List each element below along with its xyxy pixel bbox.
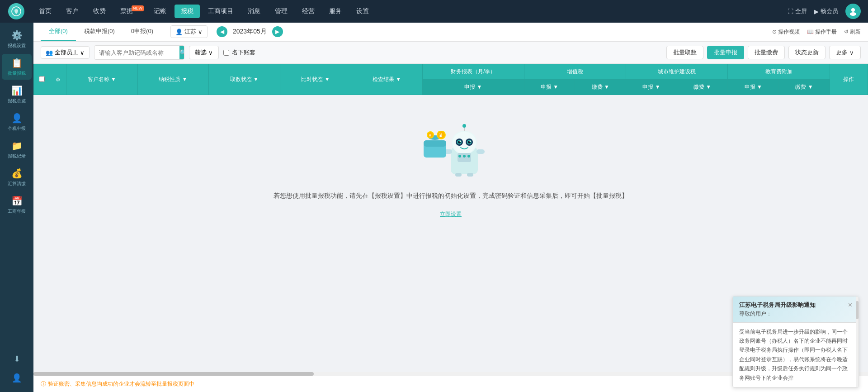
fetch-status-header[interactable]: 取数状态 ▼ — [209, 64, 280, 95]
notification-body: 受当前电子税务局进一步升级的影响，同一个政务网账号（办税人）名下的企业不能再同时… — [733, 323, 859, 387]
vat-header: 增值税 — [524, 64, 626, 80]
batch-fetch-btn[interactable]: 批量取数 — [666, 46, 703, 59]
new-badge: NEW — [132, 5, 144, 11]
nav-settings[interactable]: 设置 — [350, 5, 375, 18]
checkbox-label[interactable]: 名下账套 — [223, 48, 255, 57]
nav-service[interactable]: 服务 — [323, 5, 348, 18]
nav-operation[interactable]: 经营 — [296, 5, 321, 18]
filter-btn[interactable]: 筛选 ∨ — [189, 46, 219, 59]
logo-icon — [8, 3, 24, 19]
scrollbar-thumb — [856, 301, 859, 319]
nav-invoice[interactable]: 票据 NEW — [114, 5, 146, 18]
sidebar-item-personal-tax[interactable]: 👤 个税申报 — [2, 109, 32, 135]
annual-report-icon: 📅 — [11, 196, 23, 206]
sidebar-bottom: ⬇ 👤 — [2, 350, 32, 392]
sidebar-item-download[interactable]: ⬇ — [2, 350, 32, 368]
batch-pay-btn[interactable]: 批量缴费 — [748, 46, 785, 59]
region-selector[interactable]: 👤 江苏 ∨ — [170, 25, 208, 38]
search-input[interactable] — [94, 47, 179, 58]
notification-close-btn[interactable]: × — [848, 301, 852, 309]
user-icon: 👤 — [12, 373, 22, 383]
client-name-header[interactable]: 客户名称 ▼ — [66, 64, 138, 95]
logo[interactable] — [7, 2, 25, 20]
checkbox-header[interactable] — [34, 64, 50, 95]
sidebar-item-tax-settings[interactable]: ⚙️ 报税设置 — [2, 26, 32, 52]
edu-sub-pay-header[interactable]: 缴费 ▼ — [779, 80, 830, 95]
nav-customer[interactable]: 客户 — [60, 5, 85, 18]
tax-nature-header[interactable]: 纳税性质 ▼ — [137, 64, 209, 95]
region-chevron-icon: ∨ — [198, 29, 203, 35]
city-sub-declare-header[interactable]: 申报 ▼ — [626, 80, 677, 95]
compare-status-header[interactable]: 比对状态 ▼ — [280, 64, 351, 95]
nav-billing[interactable]: 收费 — [87, 5, 112, 18]
operation-manual-btn[interactable]: 📖 操作手册 — [807, 28, 837, 36]
nav-message[interactable]: 消息 — [241, 5, 267, 18]
vat-pay-filter-icon: ▼ — [604, 84, 609, 90]
search-box: 🔍 — [94, 45, 184, 60]
city-construction-header: 城市维护建设税 — [626, 64, 728, 80]
prev-month-btn[interactable]: ◀ — [217, 26, 227, 37]
next-month-btn[interactable]: ▶ — [272, 26, 283, 37]
tab-tax-declare[interactable]: 税款申报(0) — [76, 23, 123, 41]
tab-zero-declare[interactable]: 0申报(0) — [123, 23, 161, 41]
download-icon: ⬇ — [14, 354, 20, 364]
main-layout: ⚙️ 报税设置 📋 批量报税 📊 报税总览 👤 个税申报 📁 报税记录 💰 汇算… — [0, 23, 868, 392]
operation-video-btn[interactable]: ⊙ 操作视频 — [772, 28, 800, 36]
search-icon: 🔍 — [179, 49, 184, 56]
fullscreen-btn[interactable]: ⛶ 全屏 — [788, 7, 807, 15]
month-nav: ◀ 2023年05月 ▶ — [217, 26, 283, 37]
nav-manage[interactable]: 管理 — [269, 5, 294, 18]
select-all-checkbox[interactable] — [39, 76, 45, 82]
tax-records-icon: 📁 — [11, 140, 23, 151]
employee-select[interactable]: 👥 全部员工 ∨ — [41, 46, 90, 59]
svg-text:¥: ¥ — [429, 134, 431, 138]
member-btn[interactable]: ▶ 畅会员 — [814, 7, 838, 15]
sidebar-item-tax-records[interactable]: 📁 报税记录 — [2, 137, 32, 163]
avatar[interactable] — [845, 4, 861, 19]
status-update-btn[interactable]: 状态更新 — [788, 46, 826, 59]
nav-tax[interactable]: 报税 — [175, 5, 200, 18]
nav-right: ⛶ 全屏 ▶ 畅会员 — [788, 4, 861, 19]
settlement-icon: 💰 — [11, 168, 23, 179]
empty-message: 若您想使用批量报税功能，请先在【报税设置】中进行报税的初始化设置，完成密码验证和… — [274, 190, 628, 201]
nav-accounting[interactable]: 记账 — [147, 5, 173, 18]
svg-rect-32 — [467, 173, 473, 177]
financial-sub-declare-header[interactable]: 申报 ▼ — [422, 80, 524, 95]
warning-icon: ⓘ — [41, 380, 46, 388]
tab-all[interactable]: 全部(0) — [41, 23, 76, 41]
filter-row: 👥 全部员工 ∨ 🔍 筛选 ∨ 名下账套 批量取数 批量申报 批 — [33, 42, 868, 64]
scrollbar-thumb-h — [33, 372, 314, 376]
edu-sub-declare-header[interactable]: 申报 ▼ — [728, 80, 779, 95]
refresh-btn[interactable]: ↺ 刷新 — [844, 28, 861, 36]
batch-declare-btn[interactable]: 批量申报 — [707, 46, 744, 59]
sidebar-item-user[interactable]: 👤 — [2, 369, 32, 387]
gear-header[interactable]: ⚙ — [50, 64, 66, 95]
svg-point-21 — [460, 141, 461, 142]
nav-business[interactable]: 工商项目 — [202, 5, 240, 18]
more-chevron-icon: ∨ — [849, 49, 854, 56]
financial-report-header: 财务报表（月/季） — [422, 64, 524, 80]
setup-link[interactable]: 立即设置 — [440, 210, 462, 218]
svg-point-2 — [850, 12, 856, 16]
svg-point-24 — [462, 124, 466, 128]
svg-point-22 — [470, 141, 471, 142]
robot-illustration: ¥ ¥ — [417, 122, 485, 181]
sidebar-item-annual-report[interactable]: 📅 工商年报 — [2, 192, 32, 218]
vat-sub-pay-header[interactable]: 缴费 ▼ — [575, 80, 626, 95]
sidebar: ⚙️ 报税设置 📋 批量报税 📊 报税总览 👤 个税申报 📁 报税记录 💰 汇算… — [0, 23, 33, 392]
nav-home[interactable]: 首页 — [33, 5, 58, 18]
svg-point-30 — [467, 155, 470, 158]
notification-scrollbar[interactable] — [856, 296, 859, 387]
empty-state: ¥ ¥ — [34, 95, 868, 245]
sidebar-item-settlement[interactable]: 💰 汇算清缴 — [2, 164, 32, 190]
check-result-filter-icon: ▼ — [396, 76, 401, 82]
sidebar-item-batch-tax[interactable]: 📋 批量报税 — [2, 54, 32, 80]
vat-sub-declare-header[interactable]: 申报 ▼ — [524, 80, 575, 95]
sidebar-item-tax-overview[interactable]: 📊 报税总览 — [2, 81, 32, 107]
city-sub-pay-header[interactable]: 缴费 ▼ — [677, 80, 728, 95]
check-result-header[interactable]: 检查结果 ▼ — [351, 64, 423, 95]
accounts-checkbox[interactable] — [223, 50, 229, 56]
client-name-filter-icon: ▼ — [111, 76, 116, 82]
more-btn[interactable]: 更多 ∨ — [829, 46, 861, 59]
search-button[interactable]: 🔍 — [179, 46, 184, 59]
